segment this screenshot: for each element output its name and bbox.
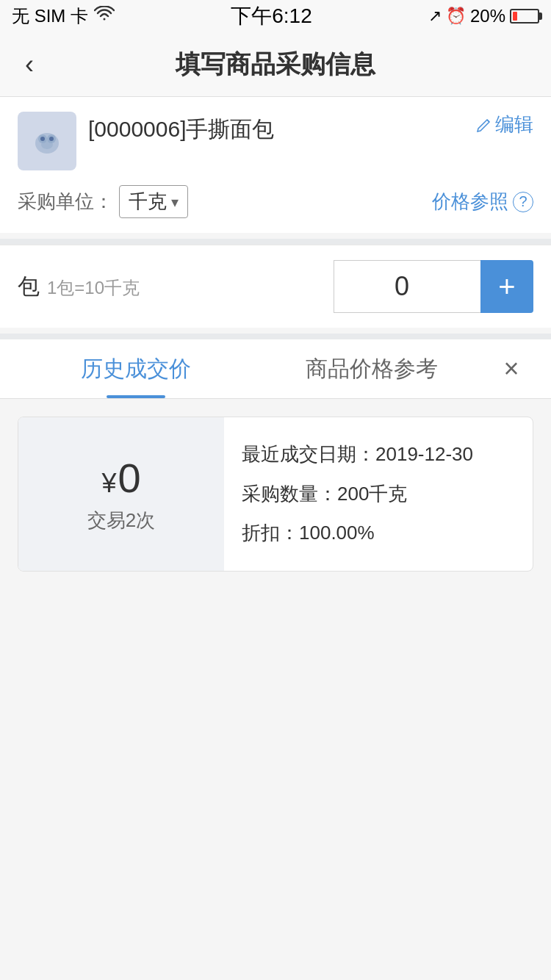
tab-product-price[interactable]: 商品价格参考	[253, 339, 489, 398]
currency-symbol: ¥	[101, 468, 116, 499]
price-qty-row: 采购数量：200千克	[242, 479, 515, 510]
quantity-input-wrap: +	[334, 260, 533, 313]
quantity-plus-button[interactable]: +	[480, 260, 533, 313]
unit-value: 千克	[129, 189, 167, 215]
status-left: 无 SIM 卡	[12, 4, 115, 28]
tabs-wrap: 历史成交价 商品价格参考 ×	[0, 339, 551, 399]
tab-history-price[interactable]: 历史成交价	[18, 339, 253, 398]
svg-point-3	[40, 137, 45, 141]
qty-label: 采购数量：	[242, 483, 337, 505]
quantity-unit: 包	[18, 272, 40, 302]
price-date-row: 最近成交日期：2019-12-30	[242, 439, 515, 470]
product-left: [0000006]手撕面包	[18, 112, 274, 170]
product-unit-row: 采购单位： 千克 ▾ 价格参照 ?	[18, 185, 533, 218]
page-title: 填写商品采购信息	[176, 48, 375, 82]
qty-value: 200千克	[337, 483, 407, 505]
quantity-row: 包 1包=10千克 +	[0, 245, 551, 328]
wifi-icon	[94, 6, 115, 26]
nav-bar: ‹ 填写商品采购信息	[0, 32, 551, 97]
price-section: ¥ 0 交易2次 最近成交日期：2019-12-30 采购数量：200千克 折扣…	[0, 399, 551, 589]
product-icon	[18, 112, 76, 170]
sim-label: 无 SIM 卡	[12, 4, 88, 28]
price-discount-row: 折扣：100.00%	[242, 518, 515, 549]
battery-fill	[513, 12, 517, 21]
date-value: 2019-12-30	[375, 443, 473, 465]
help-icon: ?	[513, 192, 533, 212]
price-card: ¥ 0 交易2次 最近成交日期：2019-12-30 采购数量：200千克 折扣…	[18, 417, 533, 572]
price-reference-button[interactable]: 价格参照 ?	[432, 189, 533, 215]
battery-icon	[510, 9, 539, 24]
alarm-icon: ⏰	[446, 7, 466, 26]
product-card: [0000006]手撕面包 编辑 采购单位： 千克 ▾ 价格参照 ?	[0, 97, 551, 233]
svg-point-5	[41, 140, 53, 149]
dropdown-icon: ▾	[171, 193, 179, 211]
location-icon: ↗	[428, 7, 442, 26]
edit-button[interactable]: 编辑	[476, 112, 533, 137]
product-name: [0000006]手撕面包	[88, 112, 274, 145]
price-value: 0	[118, 454, 140, 502]
tab1-label: 历史成交价	[81, 354, 191, 384]
price-ref-label: 价格参照	[432, 189, 508, 215]
price-trades: 交易2次	[87, 508, 155, 533]
back-button[interactable]: ‹	[18, 42, 41, 87]
price-right-panel: 最近成交日期：2019-12-30 采购数量：200千克 折扣：100.00%	[224, 417, 533, 571]
date-label: 最近成交日期：	[242, 443, 375, 465]
quantity-sublabel: 1包=10千克	[47, 276, 140, 300]
quantity-label-wrap: 包 1包=10千克	[18, 272, 140, 302]
tab-close-button[interactable]: ×	[489, 339, 533, 398]
discount-label: 折扣：	[242, 522, 299, 544]
svg-point-4	[49, 137, 54, 141]
unit-label: 采购单位：	[18, 189, 113, 215]
separator-2	[0, 334, 551, 339]
unit-select[interactable]: 千克 ▾	[119, 185, 188, 218]
tab2-label: 商品价格参考	[306, 354, 438, 384]
price-left-panel: ¥ 0 交易2次	[18, 417, 224, 571]
status-right: ↗ ⏰ 20%	[428, 6, 539, 26]
separator	[0, 239, 551, 245]
quantity-input[interactable]	[334, 260, 480, 313]
status-time: 下午6:12	[231, 2, 312, 30]
status-bar: 无 SIM 卡 下午6:12 ↗ ⏰ 20%	[0, 0, 551, 32]
discount-value: 100.00%	[299, 522, 375, 544]
battery-percent: 20%	[470, 6, 505, 26]
product-header: [0000006]手撕面包 编辑	[18, 112, 533, 170]
